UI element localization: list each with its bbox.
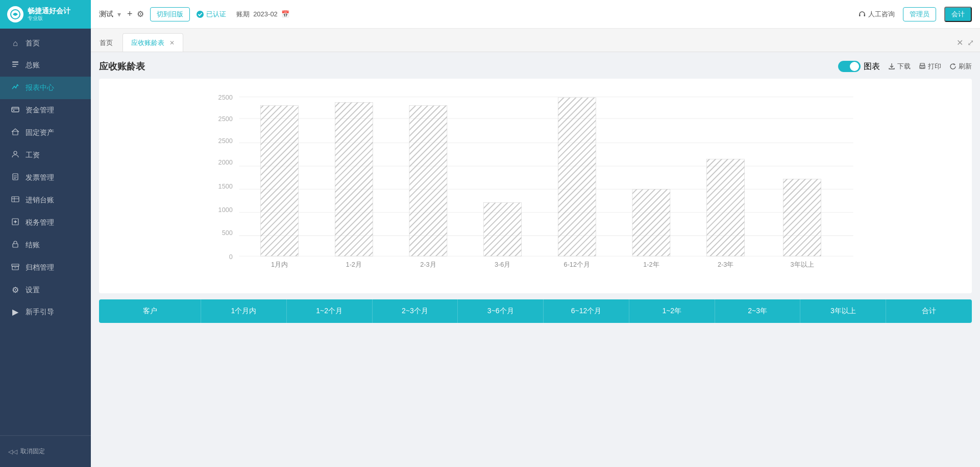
tab-aging-label: 应收账龄表 bbox=[131, 38, 164, 48]
svg-text:1月内: 1月内 bbox=[271, 261, 288, 268]
cancel-fixed-label: 取消固定 bbox=[20, 447, 45, 456]
svg-rect-56 bbox=[707, 159, 745, 256]
period-value: 2023-02 bbox=[253, 10, 278, 18]
sidebar-item-reports[interactable]: 报表中心 bbox=[0, 77, 91, 99]
guide-icon: ▶ bbox=[10, 307, 20, 317]
th-1month: 1个月内 bbox=[201, 299, 287, 323]
page-header: 应收账龄表 图表 下载 bbox=[99, 60, 972, 73]
tab-close-button[interactable]: ✕ bbox=[957, 38, 963, 48]
th-1-2year: 1~2年 bbox=[629, 299, 715, 323]
workspace-dropdown-icon: ▾ bbox=[117, 10, 121, 18]
svg-rect-52 bbox=[409, 106, 447, 256]
refresh-button[interactable]: 刷新 bbox=[949, 62, 972, 71]
sidebar-item-tax[interactable]: 税务管理 bbox=[0, 212, 91, 234]
sidebar-item-trade[interactable]: 进销台账 bbox=[0, 189, 91, 212]
tab-aging-close-icon[interactable]: ✕ bbox=[169, 39, 175, 46]
sidebar-item-close[interactable]: 结账 bbox=[0, 234, 91, 256]
svg-text:2-3月: 2-3月 bbox=[420, 261, 436, 268]
svg-rect-54 bbox=[558, 98, 596, 256]
svg-point-9 bbox=[13, 110, 14, 111]
chart-toggle-wrapper: 图表 bbox=[838, 61, 880, 72]
calendar-icon[interactable]: 📅 bbox=[281, 10, 289, 18]
chart-toggle-label: 图表 bbox=[864, 61, 880, 72]
sidebar-item-assets[interactable]: 固定资产 bbox=[0, 122, 91, 144]
print-label: 打印 bbox=[928, 62, 941, 71]
svg-rect-57 bbox=[783, 179, 821, 256]
main-wrapper: 测试 ▾ + ⚙ 切到旧版 已认证 账期 2023-02 📅 bbox=[91, 0, 980, 467]
refresh-label: 刷新 bbox=[959, 62, 972, 71]
print-button[interactable]: 打印 bbox=[919, 62, 941, 71]
invoice-icon bbox=[10, 173, 20, 183]
sidebar-item-ledger-label: 总账 bbox=[26, 61, 40, 70]
chart-toggle[interactable] bbox=[838, 61, 861, 72]
workspace-selector[interactable]: 测试 ▾ bbox=[99, 10, 121, 19]
sidebar-item-archive[interactable]: 归档管理 bbox=[0, 256, 91, 279]
tab-expand-button[interactable]: ⤢ bbox=[967, 38, 974, 48]
sidebar-item-guide[interactable]: ▶ 新手引导 bbox=[0, 301, 91, 323]
accountant-button[interactable]: 会计 bbox=[944, 7, 972, 22]
svg-point-11 bbox=[14, 151, 17, 154]
workspace-settings-icon[interactable]: ⚙ bbox=[137, 9, 144, 19]
svg-rect-16 bbox=[12, 197, 19, 202]
funds-icon bbox=[10, 105, 20, 115]
sidebar-item-ledger[interactable]: 总账 bbox=[0, 54, 91, 77]
svg-rect-3 bbox=[12, 66, 16, 67]
cancel-fixed-button[interactable]: ◁◁ 取消固定 bbox=[0, 442, 91, 461]
tab-home-label: 首页 bbox=[100, 38, 113, 48]
download-button[interactable]: 下载 bbox=[888, 62, 911, 71]
home-icon: ⌂ bbox=[10, 39, 20, 48]
print-icon bbox=[919, 63, 926, 70]
logo-subtitle: 专业版 bbox=[28, 15, 70, 22]
svg-point-5 bbox=[15, 87, 16, 88]
period-info: 账期 2023-02 📅 bbox=[236, 10, 290, 19]
sidebar-item-payroll[interactable]: 工资 bbox=[0, 144, 91, 167]
svg-text:3年以上: 3年以上 bbox=[790, 261, 814, 268]
table-header: 客户 1个月内 1~2个月 2~3个月 3~6个月 6~12个月 1~2年 2~… bbox=[99, 299, 972, 323]
svg-rect-12 bbox=[13, 174, 18, 180]
payroll-icon bbox=[10, 150, 20, 160]
sidebar-item-archive-label: 归档管理 bbox=[26, 263, 54, 272]
th-1-2month: 1~2个月 bbox=[287, 299, 373, 323]
svg-text:2500: 2500 bbox=[218, 115, 233, 123]
close-account-icon bbox=[10, 240, 20, 250]
headset-icon bbox=[858, 10, 866, 18]
assets-icon bbox=[10, 128, 20, 138]
bar-chart: 2500 2500 2500 2000 1500 1000 500 0 bbox=[109, 89, 962, 283]
svg-point-26 bbox=[197, 11, 204, 18]
svg-text:3-6月: 3-6月 bbox=[495, 261, 510, 268]
manager-button[interactable]: 管理员 bbox=[903, 7, 936, 21]
workspace-name: 测试 bbox=[99, 10, 113, 19]
consulting-label: 人工咨询 bbox=[868, 10, 895, 19]
toggle-knob bbox=[850, 62, 859, 71]
chart-area: 2500 2500 2500 2000 1500 1000 500 0 bbox=[99, 79, 972, 293]
sidebar: 畅捷通好会计 专业版 ⌂ 首页 总账 报表中心 资金管理 bbox=[0, 0, 91, 467]
svg-text:2500: 2500 bbox=[218, 94, 233, 101]
switch-old-version-button[interactable]: 切到旧版 bbox=[150, 7, 190, 21]
svg-text:500: 500 bbox=[222, 229, 233, 237]
svg-text:2500: 2500 bbox=[218, 137, 233, 145]
logo-app-name: 畅捷通好会计 bbox=[28, 7, 70, 15]
sidebar-item-funds[interactable]: 资金管理 bbox=[0, 99, 91, 122]
sidebar-item-home[interactable]: ⌂ 首页 bbox=[0, 33, 91, 54]
period-text: 账期 bbox=[236, 10, 250, 18]
sidebar-logo: 畅捷通好会计 专业版 bbox=[0, 0, 91, 29]
page-content: 应收账龄表 图表 下载 bbox=[91, 52, 980, 467]
svg-rect-2 bbox=[12, 64, 18, 65]
sidebar-item-invoice-label: 发票管理 bbox=[26, 173, 54, 182]
topbar-actions: + ⚙ bbox=[127, 9, 144, 19]
svg-rect-22 bbox=[13, 244, 18, 247]
add-workspace-icon[interactable]: + bbox=[127, 9, 133, 19]
sidebar-item-trade-label: 进销台账 bbox=[26, 196, 54, 205]
svg-text:1-2月: 1-2月 bbox=[346, 261, 362, 268]
svg-text:2-3年: 2-3年 bbox=[718, 261, 733, 268]
svg-text:0: 0 bbox=[229, 253, 233, 261]
svg-text:1000: 1000 bbox=[218, 206, 233, 214]
svg-rect-53 bbox=[484, 203, 522, 256]
sidebar-item-invoice[interactable]: 发票管理 bbox=[0, 167, 91, 189]
consulting-button[interactable]: 人工咨询 bbox=[858, 10, 895, 19]
sidebar-item-settings[interactable]: ⚙ 设置 bbox=[0, 279, 91, 301]
tab-home[interactable]: 首页 bbox=[91, 33, 121, 52]
tab-aging[interactable]: 应收账龄表 ✕ bbox=[122, 33, 183, 52]
sidebar-item-reports-label: 报表中心 bbox=[26, 83, 54, 92]
th-3-6month: 3~6个月 bbox=[458, 299, 544, 323]
